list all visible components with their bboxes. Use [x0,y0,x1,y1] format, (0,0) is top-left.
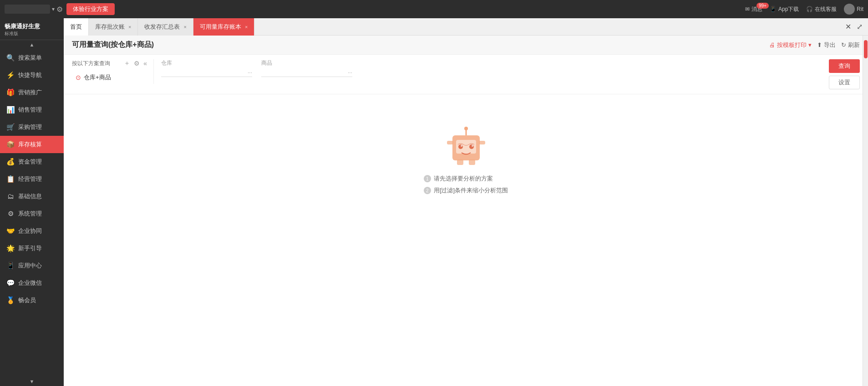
tab-maximize-btn[interactable]: ⤢ [855,21,864,32]
sidebar-item-newbie[interactable]: 🌟 新手引导 [0,240,64,257]
warehouse-label: 仓库 [161,59,252,67]
scheme-settings-btn[interactable]: ⚙ [133,59,141,67]
tab-batch-close[interactable]: × [128,24,131,30]
warehouse-more-btn[interactable]: ··· [248,69,252,76]
scheme-actions: ＋ ⚙ « [123,59,148,67]
goods-label: 商品 [261,59,352,67]
sidebar-item-enterprise[interactable]: 🤝 企业协同 [0,222,64,240]
filter-area: 按以下方案查询 ＋ ⚙ « ⊙ 仓库+商品 仓库 [64,55,868,94]
sidebar-item-inventory[interactable]: 📦 库存核算 [0,136,64,153]
logo-area: 畅康通好生意 标准版 [0,18,64,40]
scheme-item-label: 仓库+商品 [84,73,111,82]
scheme-panel: 按以下方案查询 ＋ ⚙ « ⊙ 仓库+商品 [72,59,154,84]
scheme-header: 按以下方案查询 ＋ ⚙ « [72,59,148,67]
goods-input-wrap: ··· [261,69,352,77]
clipboard-icon: 📋 [6,175,15,183]
print-dropdown-icon: ▾ [808,41,812,48]
sidebar-item-operation[interactable]: 📋 经营管理 [0,170,64,188]
goods-more-btn[interactable]: ··· [348,69,352,76]
right-scrollbar[interactable] [863,36,868,386]
scheme-collapse-btn[interactable]: « [142,59,148,67]
sidebar-item-label: 应用中心 [18,262,42,270]
settings-outline-btn[interactable]: 设置 [829,76,860,89]
print-template-label: 按模板打印 [777,41,807,49]
tab-batch[interactable]: 库存批次账 × [89,18,138,36]
sidebar-item-label: 资金管理 [18,158,42,166]
online-service-btn[interactable]: 🎧 在线客服 [806,5,837,13]
filter-field-goods: 商品 ··· [261,59,352,77]
header-settings-btn[interactable]: ⚙ [56,5,63,14]
export-label: 导出 [824,41,836,49]
page-content: 可用量查询(按仓库+商品) 🖨 按模板打印 ▾ ⬆ 导出 ↻ 刷新 [64,36,868,386]
svg-point-2 [458,144,463,149]
hint-text-2: 用[过滤]条件来缩小分析范围 [434,186,508,195]
avatar [844,4,855,15]
sidebar-item-member[interactable]: 🏅 畅会员 [0,292,64,309]
sidebar-item-purchase[interactable]: 🛒 采购管理 [0,118,64,136]
content-area: 首页 库存批次账 × 收发存汇总表 × 可用量库存账本 × ✕ ⤢ [64,18,868,386]
refresh-btn[interactable]: ↻ 刷新 [841,41,860,49]
sidebar-scroll-up[interactable]: ▲ [0,40,64,49]
sidebar-item-label: 营销推广 [18,88,42,97]
svg-point-4 [461,145,462,147]
user-profile-btn[interactable]: Rit [844,4,863,15]
tab-summary[interactable]: 收发存汇总表 × [138,18,193,36]
message-icon: ✉ [745,6,750,12]
sidebar-item-label: 销售管理 [18,106,42,114]
sidebar-item-finance[interactable]: 💰 资金管理 [0,153,64,170]
chart-icon: 📊 [6,106,15,114]
sidebar-scroll-down[interactable]: ▼ [0,377,64,386]
sidebar-item-basic[interactable]: 🗂 基础信息 [0,188,64,205]
chat-icon: 💬 [6,279,15,287]
scheme-add-btn[interactable]: ＋ [123,59,131,67]
page-header-actions: 🖨 按模板打印 ▾ ⬆ 导出 ↻ 刷新 [769,41,860,49]
sidebar-item-shortcut[interactable]: ⚡ 快捷导航 [0,67,64,84]
sidebar-item-search[interactable]: 🔍 搜索菜单 [0,49,64,67]
sidebar-item-sales[interactable]: 📊 销售管理 [0,101,64,118]
header-dropdown-btn[interactable]: ▾ [52,6,55,12]
sidebar-item-label: 搜索菜单 [18,54,42,62]
money-icon: 💰 [6,158,15,166]
svg-point-7 [464,127,468,130]
gift-icon: 🎁 [6,88,15,97]
header-search-input[interactable] [5,5,50,14]
tab-batch-label: 库存批次账 [95,23,125,31]
app-download-btn[interactable]: 📱 App下载 [770,5,799,13]
tab-summary-label: 收发存汇总表 [144,23,180,31]
warehouse-input[interactable] [161,69,248,76]
warehouse-input-wrap: ··· [161,69,252,77]
printer-icon: 🖨 [769,41,775,48]
filter-fields: 仓库 ··· 商品 ··· [161,59,816,77]
goods-input[interactable] [261,69,348,76]
sidebar-item-wechat[interactable]: 💬 企业微信 [0,274,64,292]
trial-industry-btn[interactable]: 体验行业方案 [66,3,115,15]
tab-available[interactable]: 可用量库存账本 × [193,18,254,36]
sidebar-item-marketing[interactable]: 🎁 营销推广 [0,84,64,101]
sidebar-item-label: 企业微信 [18,279,42,287]
query-btn[interactable]: 查询 [829,59,860,73]
svg-rect-8 [447,141,453,144]
handshake-icon: 🤝 [6,227,15,235]
sidebar-item-label: 畅会员 [18,296,36,304]
box-icon: 📦 [6,140,15,149]
message-btn[interactable]: ✉ 消息 99+ [745,5,762,13]
logo-title: 畅康通好生意 [5,23,59,31]
search-icon: 🔍 [6,54,15,62]
sidebar-item-system[interactable]: ⚙ 系统管理 [0,205,64,222]
export-btn[interactable]: ⬆ 导出 [817,41,836,49]
tab-close-window-btn[interactable]: ✕ [843,21,853,32]
main-layout: 畅康通好生意 标准版 ▲ 🔍 搜索菜单 ⚡ 快捷导航 🎁 营销推广 📊 销售管理… [0,18,868,386]
tab-summary-close[interactable]: × [183,24,186,30]
sidebar-item-label: 系统管理 [18,210,42,218]
user-name: Rit [857,6,863,12]
tab-home[interactable]: 首页 [64,18,89,36]
empty-hints: 1 请先选择要分析的方案 2 用[过滤]条件来缩小分析范围 [424,175,508,195]
empty-hint-1: 1 请先选择要分析的方案 [424,175,508,183]
scheme-item-warehouse-goods[interactable]: ⊙ 仓库+商品 [72,71,148,84]
page-title: 可用量查询(按仓库+商品) [72,40,154,50]
print-template-btn[interactable]: 🖨 按模板打印 ▾ [769,41,812,49]
logo-subtitle: 标准版 [5,31,59,37]
sidebar-item-label: 经营管理 [18,175,42,183]
tab-available-close[interactable]: × [245,24,248,30]
sidebar-item-apps[interactable]: 📱 应用中心 [0,257,64,274]
